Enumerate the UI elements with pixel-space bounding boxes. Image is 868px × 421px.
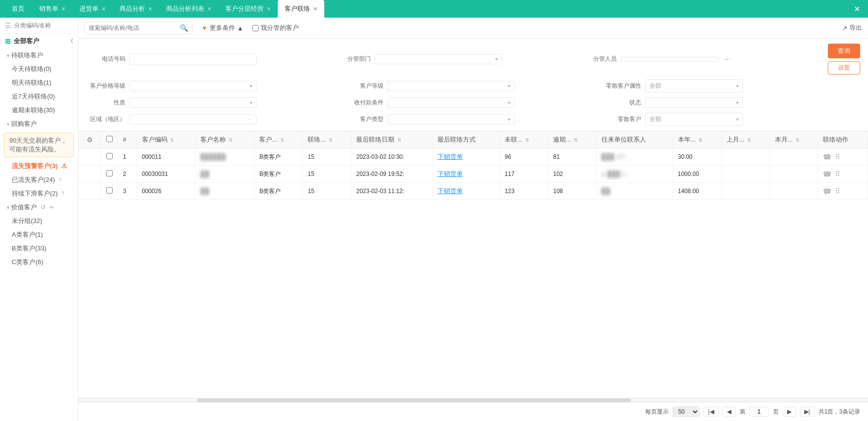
query-button[interactable]: 查询: [828, 44, 860, 58]
row-last-contact-way-1[interactable]: 下销货单: [432, 166, 500, 183]
sidebar-group-pending[interactable]: ▾ 待联络客户: [0, 49, 78, 62]
action-more-icon-0[interactable]: ⠿: [835, 153, 840, 161]
close-tab-purchase[interactable]: ✕: [101, 6, 106, 12]
sidebar-item-overdue[interactable]: 逾期未联络(30): [0, 103, 78, 117]
zero-retail-select[interactable]: 全部 ▾: [645, 113, 743, 126]
action-contact-icon-2[interactable]: ☎: [823, 187, 831, 195]
sort-icon8[interactable]: ⇅: [699, 137, 702, 143]
gear-column-header: ⚙: [78, 131, 101, 149]
tab-purchase[interactable]: 进货单 ✕: [72, 0, 113, 18]
sidebar-group-churn[interactable]: ▾ 回购客户: [0, 117, 78, 131]
sort-icon10[interactable]: ⇅: [796, 137, 799, 143]
toolbar: 🔍 ▼ 更多条件 ▲ 我分管的客户 ↗ 导出: [78, 18, 868, 39]
row-type-0: B类客户: [254, 149, 303, 166]
sidebar-search-input[interactable]: [14, 22, 78, 29]
sort-icon6[interactable]: ⇅: [525, 137, 529, 143]
row-checkbox-input-0[interactable]: [106, 153, 113, 159]
tab-goods-analysis[interactable]: 商品分析 ✕: [113, 0, 159, 18]
action-contact-icon-0[interactable]: ☎: [823, 153, 831, 161]
sidebar-item-a-class[interactable]: A类客户(1): [0, 228, 78, 242]
gender-select[interactable]: ▾: [129, 98, 257, 108]
sidebar-item-b-class[interactable]: B类客户(33): [0, 242, 78, 255]
filter-actions: 查询 设置: [828, 44, 860, 74]
edit-icon[interactable]: ✏: [49, 204, 54, 211]
tab-customer-segment[interactable]: 客户分层经营 ✕: [218, 0, 278, 18]
last-page-button[interactable]: ▶|: [800, 407, 815, 417]
customer-type-select[interactable]: ▾: [387, 114, 515, 124]
filter-field-zero-retail-attr: 零散客户属性 全部 ▾: [602, 79, 860, 93]
sort-icon5[interactable]: ⇅: [397, 137, 401, 143]
select-all-checkbox[interactable]: [106, 136, 113, 142]
sidebar-group-value[interactable]: ▾ 价值客户 ↺ ✏: [0, 200, 78, 214]
close-tab-sales[interactable]: ✕: [61, 6, 66, 12]
sidebar-item-convert-down[interactable]: 持续下滑客户(2) ?: [0, 187, 78, 200]
tab-sales[interactable]: 销售单 ✕: [32, 0, 72, 18]
action-more-icon-2[interactable]: ⠿: [835, 187, 840, 195]
close-tab-goods-list[interactable]: ✕: [207, 6, 212, 12]
all-customers-header[interactable]: ⊞ 全部客户 《: [0, 34, 78, 49]
gear-icon[interactable]: ⚙: [87, 136, 93, 144]
row-index-2: 3: [118, 183, 137, 200]
payment-chevron-icon: ▾: [508, 100, 510, 105]
horizontal-scrollbar[interactable]: [78, 398, 868, 402]
sidebar-item-c-class[interactable]: C类客户(6): [0, 255, 78, 269]
filter-panel: 电话号码 分管部门 ▾ 分管人员 ···: [78, 39, 868, 131]
filter-field-zero-retail: 零散客户 全部 ▾: [602, 113, 860, 126]
action-more-icon-1[interactable]: ⠿: [835, 170, 840, 178]
row-last-contact-way-2[interactable]: 下销货单: [432, 183, 500, 200]
close-tab-customer-contact[interactable]: ✕: [313, 6, 317, 12]
close-tab-goods-analysis[interactable]: ✕: [148, 6, 152, 12]
phone-input[interactable]: [129, 53, 257, 65]
export-button[interactable]: ↗ 导出: [842, 24, 862, 32]
row-type-2: B类客户: [254, 183, 303, 200]
search-button[interactable]: 🔍: [180, 24, 188, 32]
status-select[interactable]: ▾: [645, 98, 743, 108]
manager-select[interactable]: [621, 57, 719, 62]
collapse-sidebar-icon[interactable]: 《: [68, 38, 73, 45]
manager-more-icon[interactable]: ···: [723, 55, 733, 64]
tab-customer-contact[interactable]: 客户联络 ✕: [278, 0, 324, 18]
sidebar-item-already-churn[interactable]: 已流失客户(24) ?: [0, 173, 78, 187]
sort-icon3[interactable]: ⇅: [280, 137, 284, 143]
next-page-button[interactable]: ▶: [783, 407, 796, 417]
search-input[interactable]: [89, 25, 177, 31]
sort-icon4[interactable]: ⇅: [329, 137, 333, 143]
window-close-button[interactable]: ✕: [850, 4, 864, 14]
sidebar-item-tomorrow[interactable]: 明天待联络(1): [0, 76, 78, 90]
row-checkbox-input-1[interactable]: [106, 170, 113, 176]
action-contact-icon-1[interactable]: ☎: [823, 170, 831, 178]
prev-page-button[interactable]: ◀: [723, 407, 736, 417]
per-page-select[interactable]: 50 100: [673, 406, 699, 417]
sort-icon7[interactable]: ⇅: [574, 137, 578, 143]
row-this-month-2: [770, 183, 818, 200]
price-level-select[interactable]: ▾: [129, 81, 257, 91]
sidebar-item-week[interactable]: 近7天待联络(0): [0, 90, 78, 103]
row-last-contact-way-0[interactable]: 下销货单: [432, 149, 500, 166]
filter-row-3: 性质 ▾ 收付款条件 ▾ 状态: [86, 98, 860, 108]
scrollbar-thumb[interactable]: [197, 398, 631, 402]
sort-icon9[interactable]: ⇅: [747, 137, 751, 143]
row-checkbox-input-2[interactable]: [106, 187, 113, 194]
sidebar-item-unsorted[interactable]: 未分组(32): [0, 214, 78, 228]
more-conditions-button[interactable]: ▼ 更多条件 ▲: [197, 22, 247, 34]
my-customers-checkbox-label[interactable]: 我分管的客户: [252, 24, 299, 32]
zero-retail-attr-select[interactable]: 全部 ▾: [645, 79, 743, 93]
payment-select[interactable]: ▾: [387, 98, 515, 108]
close-tab-customer-segment[interactable]: ✕: [266, 6, 271, 12]
sidebar: ☰ 🔍 ⊞ 全部客户 《 ▾ 待联络客户 今天待联络(0) 明天待联络(1) 近…: [0, 18, 78, 421]
my-customers-checkbox[interactable]: [252, 25, 259, 31]
sidebar-item-churn-warning[interactable]: 流失预警客户(3) ⚠: [0, 159, 78, 173]
sort-icon2[interactable]: ⇅: [229, 137, 233, 143]
tab-goods-list[interactable]: 商品分析列表 ✕: [159, 0, 218, 18]
setting-button[interactable]: 设置: [828, 61, 860, 74]
refresh-icon[interactable]: ↺: [41, 204, 46, 211]
customer-level-select[interactable]: ▾: [387, 81, 515, 91]
region-select[interactable]: ···: [129, 114, 257, 124]
sidebar-item-today[interactable]: 今天待联络(0): [0, 62, 78, 76]
tab-home[interactable]: 首页: [4, 0, 32, 18]
first-page-button[interactable]: |◀: [703, 407, 718, 417]
page-number-input[interactable]: [749, 407, 769, 417]
row-unit-contact-0: ███ 107...: [597, 149, 673, 166]
sort-icon[interactable]: ⇅: [170, 137, 174, 143]
dept-select[interactable]: ▾: [375, 54, 502, 64]
